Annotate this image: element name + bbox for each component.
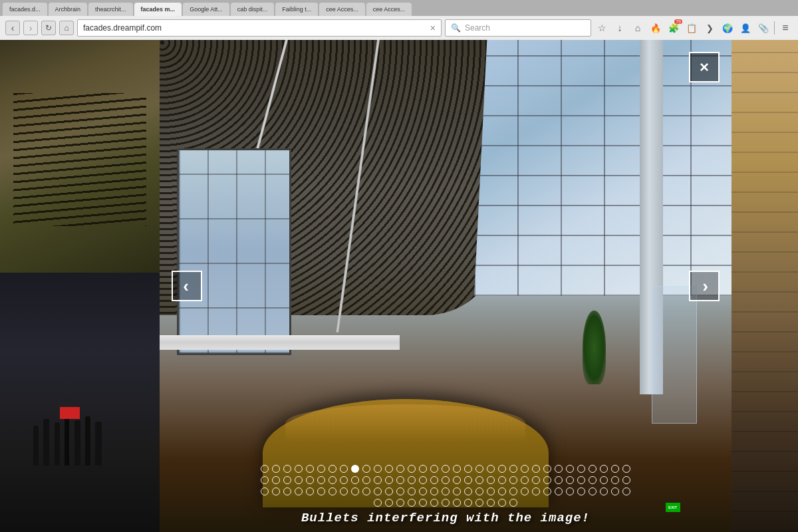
bullet-dot[interactable] bbox=[453, 499, 461, 507]
bullet-dot[interactable] bbox=[600, 465, 608, 473]
bullet-dot[interactable] bbox=[622, 487, 630, 495]
bullet-dot[interactable] bbox=[498, 499, 506, 507]
bullet-dot[interactable] bbox=[295, 476, 303, 484]
bullet-dot[interactable] bbox=[498, 476, 506, 484]
bullet-dot[interactable] bbox=[306, 476, 314, 484]
bullet-dot[interactable] bbox=[464, 487, 472, 495]
bullet-dot[interactable] bbox=[589, 465, 597, 473]
bullet-dot[interactable] bbox=[362, 487, 370, 495]
browser-tab-5[interactable]: Google Att... bbox=[183, 3, 229, 16]
browser-tab-2[interactable]: Archbrain bbox=[49, 3, 88, 16]
bullet-dot[interactable] bbox=[611, 487, 619, 495]
bullet-dot[interactable] bbox=[430, 499, 438, 507]
bullet-dot[interactable] bbox=[509, 476, 517, 484]
addon-clipboard-icon[interactable]: 📋 bbox=[684, 21, 699, 35]
bullet-dot[interactable] bbox=[555, 465, 563, 473]
bullet-dot[interactable] bbox=[555, 487, 563, 495]
bullet-dot[interactable] bbox=[589, 476, 597, 484]
bullet-dot[interactable] bbox=[589, 487, 597, 495]
bullet-dot[interactable] bbox=[283, 465, 291, 473]
bullet-dot[interactable] bbox=[283, 476, 291, 484]
addon-arrow-icon[interactable]: ❯ bbox=[702, 21, 717, 35]
bullet-dot[interactable] bbox=[600, 487, 608, 495]
browser-tab-3[interactable]: theacrchit... bbox=[88, 3, 133, 16]
bullet-dot[interactable] bbox=[385, 487, 393, 495]
bullet-dot[interactable] bbox=[419, 487, 427, 495]
bullet-dot[interactable] bbox=[340, 476, 348, 484]
download-icon[interactable]: ↓ bbox=[612, 21, 627, 35]
bullet-dot[interactable] bbox=[464, 465, 472, 473]
bullet-dot[interactable] bbox=[509, 465, 517, 473]
bullet-dot[interactable] bbox=[329, 487, 336, 495]
bullet-dot[interactable] bbox=[453, 487, 461, 495]
bullet-dot[interactable] bbox=[464, 476, 472, 484]
bullet-dot[interactable] bbox=[340, 487, 348, 495]
bullet-dot[interactable] bbox=[611, 476, 619, 484]
bullet-dot[interactable] bbox=[453, 465, 461, 473]
next-button[interactable]: › bbox=[689, 271, 720, 301]
bullet-dot[interactable] bbox=[475, 487, 483, 495]
bullet-dot[interactable] bbox=[532, 476, 540, 484]
bullet-dot[interactable] bbox=[408, 465, 416, 473]
bullet-dot[interactable] bbox=[464, 499, 472, 507]
bullet-dot[interactable] bbox=[408, 499, 416, 507]
address-bar[interactable]: facades.dreampif.com × bbox=[77, 19, 442, 37]
close-button[interactable]: × bbox=[689, 52, 720, 82]
bullet-dot[interactable] bbox=[317, 476, 325, 484]
bullet-dot[interactable] bbox=[329, 476, 336, 484]
bullet-dot[interactable] bbox=[543, 476, 551, 484]
bookmark-icon[interactable]: ☆ bbox=[595, 21, 609, 35]
bullet-dot[interactable] bbox=[566, 476, 574, 484]
bullet-dot[interactable] bbox=[521, 476, 529, 484]
bullet-dot[interactable] bbox=[521, 487, 529, 495]
bullet-dot[interactable] bbox=[555, 476, 563, 484]
bullet-dot[interactable] bbox=[374, 487, 382, 495]
bullet-dot[interactable] bbox=[295, 465, 303, 473]
bullet-dot[interactable] bbox=[272, 476, 280, 484]
bullet-dot[interactable] bbox=[543, 487, 551, 495]
browser-tab-4[interactable]: facades m... bbox=[134, 3, 182, 16]
browser-tab-1[interactable]: facades.d... bbox=[3, 3, 47, 16]
bullet-dot[interactable] bbox=[329, 465, 336, 473]
bullet-dot[interactable] bbox=[385, 499, 393, 507]
bullet-dot[interactable] bbox=[362, 476, 370, 484]
bullet-dot[interactable] bbox=[622, 476, 630, 484]
bullet-dot[interactable] bbox=[317, 487, 325, 495]
addon-fire-icon[interactable]: 🔥 bbox=[648, 21, 663, 35]
bullet-dot[interactable] bbox=[566, 465, 574, 473]
bullet-dot[interactable] bbox=[475, 499, 483, 507]
bullet-dot[interactable] bbox=[577, 465, 585, 473]
bullet-dot[interactable] bbox=[419, 499, 427, 507]
bullet-dot[interactable] bbox=[475, 465, 483, 473]
bullet-dot[interactable] bbox=[272, 465, 280, 473]
bullet-dot[interactable] bbox=[509, 487, 517, 495]
bullet-dot[interactable] bbox=[385, 465, 393, 473]
bullet-dot[interactable] bbox=[487, 465, 495, 473]
bullet-dot[interactable] bbox=[566, 487, 574, 495]
bullet-dot[interactable] bbox=[521, 465, 529, 473]
bullet-dot[interactable] bbox=[509, 499, 517, 507]
bullet-dot[interactable] bbox=[532, 465, 540, 473]
bullet-dot[interactable] bbox=[340, 465, 348, 473]
bullet-dot[interactable] bbox=[419, 465, 427, 473]
menu-button[interactable]: ≡ bbox=[778, 21, 793, 35]
bullet-dot[interactable] bbox=[408, 476, 416, 484]
addon-extra-icon[interactable]: 📎 bbox=[756, 21, 771, 35]
bullet-dot[interactable] bbox=[430, 476, 438, 484]
bullet-dot[interactable] bbox=[385, 476, 393, 484]
prev-button[interactable]: ‹ bbox=[172, 271, 202, 301]
addon-puzzle-icon[interactable]: 🧩79 bbox=[666, 21, 681, 35]
nav-forward-button[interactable]: › bbox=[23, 21, 38, 35]
bullet-dot[interactable] bbox=[283, 487, 291, 495]
bullet-dot[interactable] bbox=[272, 487, 280, 495]
bullet-dot[interactable] bbox=[475, 476, 483, 484]
browser-tab-9[interactable]: cee Acces... bbox=[366, 3, 412, 16]
bullet-dot[interactable] bbox=[543, 465, 551, 473]
bullet-dot[interactable] bbox=[261, 476, 269, 484]
bullet-dot[interactable] bbox=[374, 499, 382, 507]
bullet-dot[interactable] bbox=[351, 465, 359, 473]
bullet-dot[interactable] bbox=[261, 465, 269, 473]
bullet-dot[interactable] bbox=[442, 465, 450, 473]
bullet-dot[interactable] bbox=[374, 465, 382, 473]
nav-home-button[interactable]: ⌂ bbox=[59, 21, 74, 35]
